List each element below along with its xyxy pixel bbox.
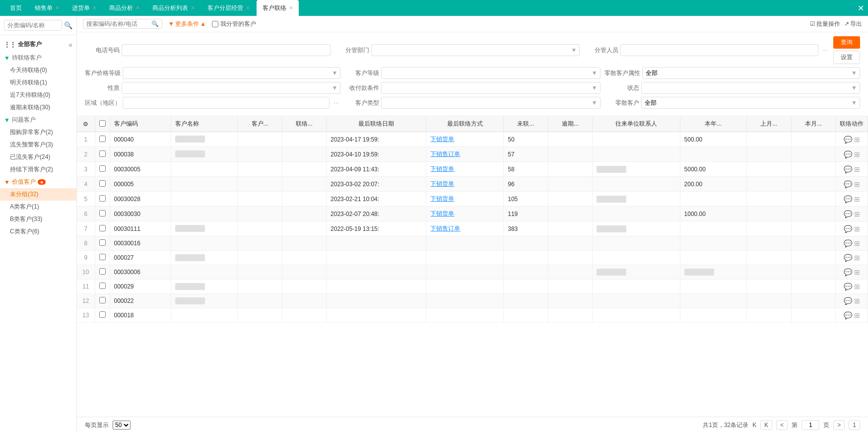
my-customers-filter[interactable]: 我分管的客户 — [212, 20, 256, 28]
dept-select[interactable] — [371, 44, 580, 56]
row-checkbox[interactable] — [99, 136, 106, 142]
person-more-icon[interactable]: ··· — [820, 47, 829, 54]
cell-last-way[interactable]: 下销货单 — [426, 132, 504, 147]
qr-icon[interactable]: ⊞ — [854, 210, 860, 218]
row-checkbox[interactable] — [99, 225, 106, 231]
row-checkbox[interactable] — [99, 210, 106, 216]
customer-level-select[interactable] — [381, 67, 600, 79]
cell-last-way[interactable] — [426, 294, 504, 308]
col-header-type[interactable]: 客户... — [238, 116, 282, 132]
col-header-name[interactable]: 客户名称 — [171, 116, 238, 132]
cell-last-way[interactable]: 下销货单 — [426, 207, 504, 221]
chat-icon[interactable]: 💬 — [844, 150, 852, 158]
sidebar-item-class-a[interactable]: A类客户(1) — [0, 201, 76, 213]
cell-last-way[interactable]: 下销货单 — [426, 162, 504, 177]
page-number-input[interactable] — [801, 420, 819, 430]
chat-icon[interactable]: 💬 — [844, 195, 852, 203]
chat-icon[interactable]: 💬 — [844, 180, 852, 188]
page-next-button[interactable]: > — [833, 420, 845, 430]
cell-check[interactable] — [95, 236, 110, 251]
qr-icon[interactable]: ⊞ — [854, 297, 860, 305]
row-checkbox[interactable] — [99, 180, 106, 187]
col-header-last-way[interactable]: 最后联络方式 — [426, 116, 504, 132]
person-input[interactable] — [620, 44, 818, 56]
cell-check[interactable] — [95, 147, 110, 162]
status-select[interactable] — [641, 82, 860, 94]
my-customers-checkbox[interactable] — [212, 21, 218, 27]
sidebar-search-icon[interactable]: 🔍 — [64, 21, 72, 29]
retail-customer-select[interactable]: 全部 — [641, 97, 860, 109]
cell-last-way[interactable] — [426, 251, 504, 265]
cell-last-way[interactable]: 下销货单 — [426, 192, 504, 207]
payment-select[interactable] — [381, 82, 600, 94]
cell-check[interactable] — [95, 132, 110, 147]
cell-check[interactable] — [95, 162, 110, 177]
qr-icon[interactable]: ⊞ — [854, 150, 860, 158]
contact-way-link[interactable]: 下销货单 — [430, 165, 454, 172]
area-more-icon[interactable]: ··· — [332, 99, 340, 106]
col-header-this-month[interactable]: 本月... — [791, 116, 835, 132]
cell-check[interactable] — [95, 192, 110, 207]
close-window-icon[interactable]: ✕ — [858, 3, 864, 13]
close-sales-icon[interactable]: × — [56, 4, 59, 11]
contact-way-link[interactable]: 下销货单 — [430, 195, 454, 202]
batch-ops-button[interactable]: ☑ 批量操作 — [810, 20, 840, 28]
retail-attr-select[interactable]: 全部 — [642, 67, 860, 79]
chat-icon[interactable]: 💬 — [844, 239, 852, 247]
cell-check[interactable] — [95, 251, 110, 265]
qr-icon[interactable]: ⊞ — [854, 180, 860, 188]
contact-way-link[interactable]: 下销货单 — [430, 136, 454, 143]
search-box[interactable]: 🔍 — [83, 19, 162, 29]
nav-analysis-list[interactable]: 商品分析列表 × — [146, 0, 200, 16]
sidebar-group-value[interactable]: ▼ 价值客户 ● — [0, 176, 76, 188]
chat-icon[interactable]: 💬 — [844, 136, 852, 144]
chat-icon[interactable]: 💬 — [844, 311, 852, 319]
sidebar-group-problems[interactable]: ▼ 问题客户 — [0, 114, 76, 126]
sidebar-search-input[interactable] — [4, 20, 62, 31]
sidebar-item-overdue[interactable]: 逾期未联络(30) — [0, 101, 76, 114]
customer-type-select[interactable] — [381, 97, 600, 109]
row-checkbox[interactable] — [99, 311, 106, 318]
contact-way-link[interactable]: 下销货单 — [430, 180, 454, 187]
col-header-unit-contact[interactable]: 往来单位联系人 — [592, 116, 680, 132]
settings-column-header[interactable]: ⚙ — [77, 116, 95, 132]
more-conditions-button[interactable]: ▼ 更多条件 ▲ — [168, 20, 206, 28]
chat-icon[interactable]: 💬 — [844, 165, 852, 173]
nav-sales[interactable]: 销售单 × — [29, 0, 65, 16]
col-header-this-year[interactable]: 本年... — [680, 116, 747, 132]
row-checkbox[interactable] — [99, 150, 106, 157]
page-first-button[interactable]: K — [760, 420, 772, 430]
qr-icon[interactable]: ⊞ — [854, 136, 860, 144]
contact-way-link[interactable]: 下销货单 — [430, 210, 454, 217]
sidebar-item-class-b[interactable]: B类客户(33) — [0, 213, 76, 225]
row-checkbox[interactable] — [99, 268, 106, 275]
page-prev-button[interactable]: < — [776, 420, 788, 430]
qr-icon[interactable]: ⊞ — [854, 195, 860, 203]
phone-input[interactable] — [122, 44, 331, 56]
reset-button[interactable]: 设置 — [833, 51, 860, 64]
search-input[interactable] — [86, 20, 149, 27]
search-icon[interactable]: 🔍 — [151, 20, 159, 27]
sidebar-all-customers[interactable]: ⋮⋮ 全部客户 « — [0, 37, 76, 52]
close-analysis-list-icon[interactable]: × — [191, 4, 195, 11]
sidebar-item-ungrouped[interactable]: 未分组(32) — [0, 188, 76, 201]
sidebar-item-today[interactable]: 今天待联络(0) — [0, 64, 76, 76]
sidebar-group-pending[interactable]: ▼ 待联络客户 — [0, 52, 76, 64]
per-page-select[interactable]: 50 — [113, 421, 131, 430]
cell-last-way[interactable] — [426, 265, 504, 280]
qr-icon[interactable]: ⊞ — [854, 165, 860, 173]
cell-last-way[interactable] — [426, 236, 504, 251]
col-header-last-month[interactable]: 上月... — [747, 116, 791, 132]
col-header-code[interactable]: 客户编码 — [110, 116, 171, 132]
qr-icon[interactable]: ⊞ — [854, 283, 860, 290]
contact-way-link[interactable]: 下销售订单 — [430, 150, 460, 157]
qr-icon[interactable]: ⊞ — [854, 225, 860, 233]
chat-icon[interactable]: 💬 — [844, 225, 852, 233]
nav-purchase[interactable]: 进货单 × — [66, 0, 102, 16]
row-checkbox[interactable] — [99, 254, 106, 260]
qr-icon[interactable]: ⊞ — [854, 239, 860, 247]
area-input[interactable] — [123, 97, 330, 109]
close-purchase-icon[interactable]: × — [93, 4, 96, 11]
row-checkbox[interactable] — [99, 297, 106, 303]
select-all-checkbox[interactable] — [99, 120, 106, 127]
